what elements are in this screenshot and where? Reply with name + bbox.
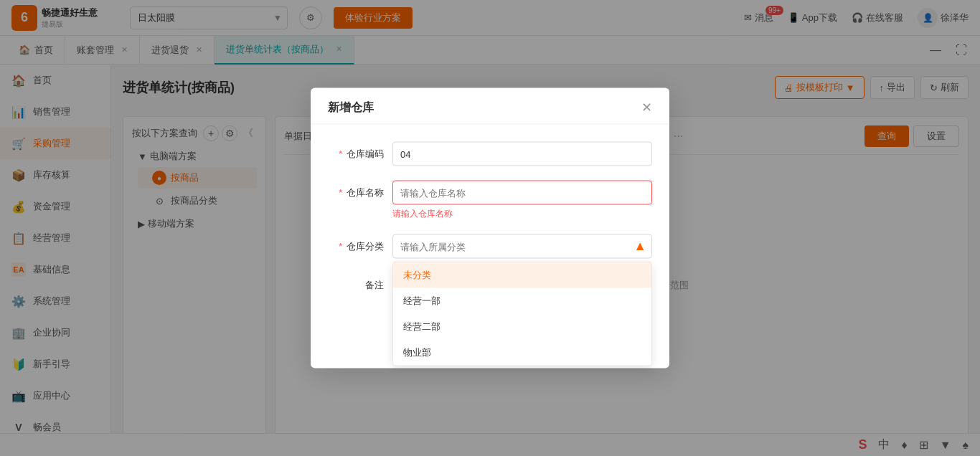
code-field [392,142,652,166]
category-arrow-icon[interactable]: ▲ [633,239,646,254]
dialog-body: * 仓库编码 * 仓库名称 请输入仓库名称 * 仓库分类 [311,125,669,330]
note-label: 备注 [328,273,392,292]
name-field: 请输入仓库名称 [392,181,652,220]
form-row-category: * 仓库分类 ▲ 未分类 经营一部 经营二部 物业部 [328,234,652,259]
name-label: * 仓库名称 [328,181,392,199]
code-input[interactable] [392,142,652,166]
dropdown-item-unclassified[interactable]: 未分类 [393,262,651,288]
dialog-title: 新增仓库 [328,100,374,115]
dropdown-item-dept1[interactable]: 经营一部 [393,288,651,314]
required-mark2: * [339,187,342,198]
dialog-header: 新增仓库 ✕ [311,88,669,125]
category-field: ▲ 未分类 经营一部 经营二部 物业部 [392,234,652,259]
name-input[interactable] [392,181,652,205]
dropdown-item-dept2[interactable]: 经营二部 [393,314,651,340]
form-row-name: * 仓库名称 请输入仓库名称 [328,181,652,220]
required-mark: * [339,148,342,159]
dropdown-item-dept3[interactable]: 物业部 [393,340,651,366]
required-mark3: * [339,241,342,252]
category-label: * 仓库分类 [328,234,392,253]
form-row-code: * 仓库编码 [328,142,652,166]
code-label: * 仓库编码 [328,142,392,161]
category-input[interactable] [392,234,652,259]
name-error-message: 请输入仓库名称 [392,208,652,220]
dialog-close-button[interactable]: ✕ [641,100,652,115]
new-warehouse-dialog: 新增仓库 ✕ * 仓库编码 * 仓库名称 请输入仓库名称 [311,88,669,369]
category-dropdown: 未分类 经营一部 经营二部 物业部 [392,262,652,366]
